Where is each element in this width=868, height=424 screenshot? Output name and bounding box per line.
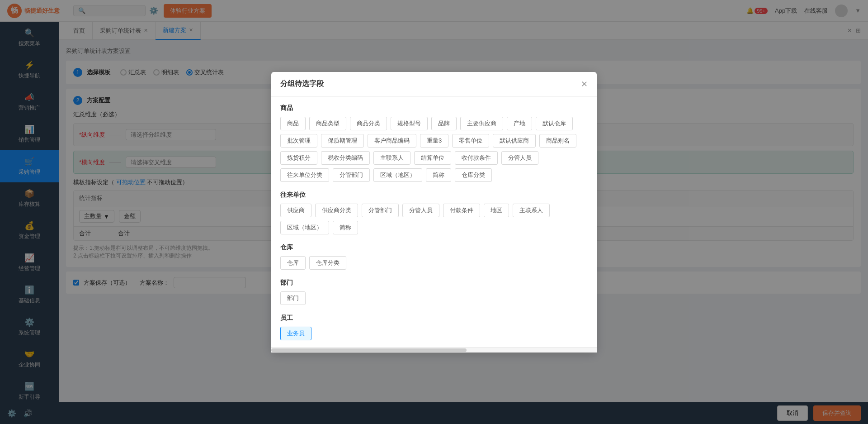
field-group-contacts: 往来单位 供应商 供应商分类 分管部门 分管人员 付款条件 地区 主联系人 区域… [280,191,588,234]
field-tag[interactable]: 分管部门 [333,168,370,182]
field-tag[interactable]: 重量3 [420,134,448,148]
field-group-department-title: 部门 [280,279,588,287]
field-tags-department: 部门 [280,291,588,305]
field-tag[interactable]: 零售单位 [452,134,489,148]
field-tag[interactable]: 商品别名 [539,134,576,148]
field-tag[interactable]: 往来单位分类 [280,168,329,182]
field-tag[interactable]: 仓库 [280,256,306,270]
field-tag[interactable]: 商品 [280,117,306,130]
field-tag[interactable]: 结算单位 [414,151,451,165]
field-tag[interactable]: 主联系人 [373,151,410,165]
field-tag[interactable]: 产地 [507,117,532,130]
modal-overlay: 分组待选字段 ✕ 商品 商品 商品类型 商品分类 规格型号 品牌 主要供应商 产… [0,0,868,424]
modal-title: 分组待选字段 [280,79,324,89]
field-tag[interactable]: 仓库分类 [309,256,346,270]
field-tag[interactable]: 规格型号 [391,117,428,130]
field-group-goods-title: 商品 [280,104,588,112]
field-tag[interactable]: 主要供应商 [460,117,503,130]
field-tag[interactable]: 品牌 [431,117,457,130]
field-tag[interactable]: 分管人员 [402,204,439,217]
field-tag[interactable]: 商品类型 [309,117,346,130]
field-tag[interactable]: 简称 [426,168,451,182]
field-tag[interactable]: 简称 [333,221,358,234]
field-tags-contacts: 供应商 供应商分类 分管部门 分管人员 付款条件 地区 主联系人 区域（地区） … [280,204,588,234]
field-group-warehouse: 仓库 仓库 仓库分类 [280,243,588,270]
field-tag[interactable]: 地区 [484,204,509,217]
field-tag[interactable]: 主联系人 [513,204,550,217]
field-tag[interactable]: 商品分类 [350,117,387,130]
field-tag[interactable]: 客户商品编码 [368,134,416,148]
modal-horizontal-scrollbar[interactable] [271,347,597,353]
field-tag[interactable]: 收付款条件 [455,151,498,165]
field-tag[interactable]: 默认仓库 [536,117,573,130]
modal-hscroll-thumb [271,348,467,352]
modal-close-button[interactable]: ✕ [581,79,588,89]
modal-dialog: 分组待选字段 ✕ 商品 商品 商品类型 商品分类 规格型号 品牌 主要供应商 产… [271,72,597,353]
field-tags-employee: 业务员 [280,327,588,340]
field-tag[interactable]: 部门 [280,291,306,305]
field-tag[interactable]: 供应商分类 [315,204,358,217]
field-tag-salesperson[interactable]: 业务员 [280,327,311,340]
field-group-employee: 员工 业务员 [280,314,588,340]
modal-body: 商品 商品 商品类型 商品分类 规格型号 品牌 主要供应商 产地 默认仓库 批次… [271,97,597,347]
field-group-goods: 商品 商品 商品类型 商品分类 规格型号 品牌 主要供应商 产地 默认仓库 批次… [280,104,588,182]
field-group-contacts-title: 往来单位 [280,191,588,199]
field-tag[interactable]: 批次管理 [280,134,317,148]
field-tag[interactable]: 仓库分类 [455,168,492,182]
field-group-employee-title: 员工 [280,314,588,322]
field-tag[interactable]: 拣货积分 [280,151,317,165]
field-tags-warehouse: 仓库 仓库分类 [280,256,588,270]
field-tag[interactable]: 分管人员 [501,151,538,165]
modal-header: 分组待选字段 ✕ [271,72,597,97]
field-tag[interactable]: 付款条件 [443,204,480,217]
field-tag[interactable]: 供应商 [280,204,311,217]
field-tag[interactable]: 区域（地区） [280,221,329,234]
field-tag[interactable]: 默认供应商 [493,134,536,148]
field-tag[interactable]: 区域（地区） [373,168,422,182]
field-group-warehouse-title: 仓库 [280,243,588,252]
field-tags-goods: 商品 商品类型 商品分类 规格型号 品牌 主要供应商 产地 默认仓库 批次管理 … [280,117,588,182]
field-group-department: 部门 部门 [280,279,588,305]
field-tag[interactable]: 分管部门 [362,204,399,217]
field-tag[interactable]: 税收分类编码 [321,151,370,165]
field-tag[interactable]: 保质期管理 [321,134,364,148]
